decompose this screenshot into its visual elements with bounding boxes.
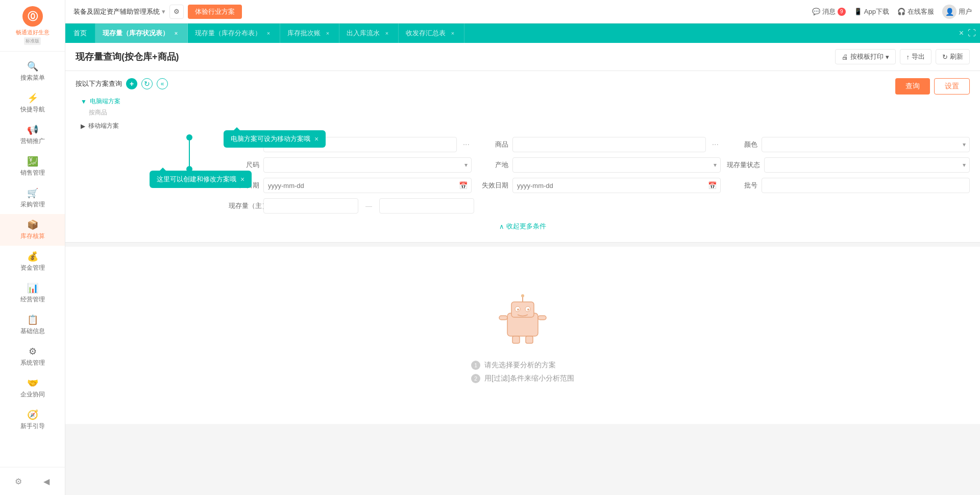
filter-area: 按以下方案查询 + ↻ « ▼ 电脑端方案 按商品 ▶ 移动端方案 电脑方案可设 [65,71,980,243]
system-title-dropdown[interactable]: 装备及固定资产辅助管理系统 ▾ [74,7,165,16]
sidebar-item-sales[interactable]: 💹 销售管理 [0,151,65,182]
svg-point-5 [527,309,529,311]
filter-add-btn[interactable]: + [126,78,137,89]
messages-action[interactable]: 💬 消息 9 [812,7,846,16]
filter-cell-production-date: 生产日期 📅 [229,178,472,193]
marketing-icon: 📢 [27,124,38,135]
color-select[interactable] [762,137,970,152]
sidebar-item-system[interactable]: ⚙ 系统管理 [0,341,65,372]
sidebar-item-basic-info[interactable]: 📋 基础信息 [0,309,65,341]
empty-state-container: 1 请先选择要分析的方案 2 用[过滤]条件来缩小分析范围 [65,247,980,424]
sidebar-item-label: 经营管理 [20,295,45,304]
batch-no-input[interactable] [762,178,970,193]
batch-no-label: 批号 [727,181,757,190]
scheme-sub-item[interactable]: 按商品 [89,107,970,118]
mobile-scheme-item[interactable]: ▶ 移动端方案 [81,120,970,132]
tab-inventory-dist[interactable]: 现存量（库存分布表） × [188,23,280,43]
sidebar-item-label: 企业协同 [20,390,45,399]
sidebar-item-guide[interactable]: 🧭 新手引导 [0,404,65,436]
size-select[interactable] [263,157,472,173]
empty-tip-1: 1 请先选择要分析的方案 [471,361,574,370]
tooltip-text-2: 这里可以创建和修改方案哦 [157,175,236,184]
home-tab-label: 首页 [74,29,87,38]
sidebar-item-enterprise[interactable]: 🤝 企业协同 [0,372,65,404]
stock-main-input-to[interactable] [379,198,474,214]
tab-close-icon[interactable]: × [264,29,273,37]
tab-home[interactable]: 首页 [65,23,95,43]
collapse-btn[interactable]: ◀ [39,474,54,489]
mobile-scheme-label: 移动端方案 [88,122,119,130]
system-title: 装备及固定资产辅助管理系统 [74,7,160,16]
tooltip-text-1: 电脑方案可设为移动方案哦 [231,134,310,144]
expiry-date-input[interactable] [512,178,721,193]
close-all-tabs-icon[interactable]: × [959,29,964,38]
production-date-input[interactable] [263,178,472,193]
industry-btn[interactable]: 体验行业方案 [188,5,242,19]
sidebar-item-purchase[interactable]: 🛒 采购管理 [0,182,65,214]
page-title: 现存量查询(按仓库+商品) [76,51,179,69]
sidebar-item-search-menu[interactable]: 🔍 搜索菜单 [0,56,65,87]
stock-main-input-from[interactable] [263,198,358,214]
svg-rect-10 [512,336,520,343]
desktop-scheme-item[interactable]: ▼ 电脑端方案 [81,96,970,107]
tab-label: 库存批次账 [287,29,321,38]
svg-rect-11 [526,336,533,343]
filter-back-btn[interactable]: « [157,78,168,89]
online-support-action[interactable]: 🎧 在线客服 [897,7,934,16]
tab-in-out-flow[interactable]: 出入库流水 × [339,23,399,43]
stock-status-select[interactable] [764,157,970,173]
sidebar-item-operations[interactable]: 📊 经营管理 [0,277,65,309]
goods-input[interactable] [512,137,706,152]
sidebar-item-label: 采购管理 [20,200,45,209]
svg-point-4 [517,309,519,311]
filter-label: 按以下方案查询 [76,79,122,88]
finance-icon: 💰 [27,251,38,262]
settings-bottom-btn[interactable]: ⚙ [11,474,26,489]
sidebar-item-label: 资金管理 [20,264,45,272]
guide-icon: 🧭 [27,409,38,420]
search-button[interactable]: 查询 [895,78,930,95]
sidebar-bottom: ⚙ ◀ [0,467,65,495]
collapse-up-icon: ∧ [499,223,504,230]
gear-button[interactable]: ⚙ [169,5,184,19]
filter-cell-stock-main: 现存量（主） — [229,198,473,214]
sidebar-item-label: 库存核算 [20,232,45,241]
scheme-tooltip-2: 这里可以创建和修改方案哦 × [150,171,252,188]
tab-close-icon[interactable]: × [324,29,332,37]
tab-close-icon[interactable]: × [383,29,391,37]
goods-dots[interactable]: ··· [710,140,721,149]
tab-close-icon[interactable]: × [172,29,180,37]
scheme-tree: ▼ 电脑端方案 按商品 ▶ 移动端方案 [81,96,970,132]
tooltip-close-1[interactable]: × [314,135,318,143]
sidebar-item-inventory[interactable]: 📦 库存核算 [0,214,65,246]
filter-cell-expiry-date: 失效日期 📅 [478,178,721,193]
system-icon: ⚙ [29,346,37,357]
filter-cell-origin: 产地 [478,157,721,173]
tab-recv-send-summary[interactable]: 收发存汇总表 × [399,23,464,43]
search-buttons: 查询 设置 [895,78,970,95]
filter-refresh-btn[interactable]: ↻ [141,78,153,89]
app-download-action[interactable]: 📱 App下载 [854,7,889,16]
filter-rows-container: 仓库 ··· 商品 ··· 颜色 [229,137,970,214]
setting-button[interactable]: 设置 [934,78,970,95]
filter-cell-goods: 商品 ··· [478,137,721,152]
collapse-row[interactable]: ∧ 收起更多条件 [76,218,970,235]
expand-icon[interactable]: ⛶ [968,29,976,38]
tab-inventory-batch[interactable]: 库存批次账 × [280,23,339,43]
warehouse-dots[interactable]: ··· [461,140,472,149]
refresh-btn[interactable]: ↻ 刷新 [936,49,970,64]
tab-close-icon[interactable]: × [449,29,457,37]
svg-rect-8 [499,316,507,320]
sidebar-item-finance[interactable]: 💰 资金管理 [0,246,65,277]
messages-label: 消息 [822,7,836,16]
tooltip-close-2[interactable]: × [240,175,244,183]
user-action[interactable]: 👤 用户 [942,5,972,19]
filter-row-1: 仓库 ··· 商品 ··· 颜色 [229,137,970,152]
tab-inventory-status[interactable]: 现存量（库存状况表） × [95,23,188,43]
origin-select[interactable] [512,157,721,173]
sidebar-item-marketing[interactable]: 📢 营销推广 [0,119,65,151]
template-print-btn[interactable]: 🖨 按模板打印 ▾ [835,49,896,64]
support-icon: 🎧 [897,8,905,15]
sidebar-item-quick-nav[interactable]: ⚡ 快捷导航 [0,87,65,119]
export-btn[interactable]: ↑ 导出 [900,49,932,64]
